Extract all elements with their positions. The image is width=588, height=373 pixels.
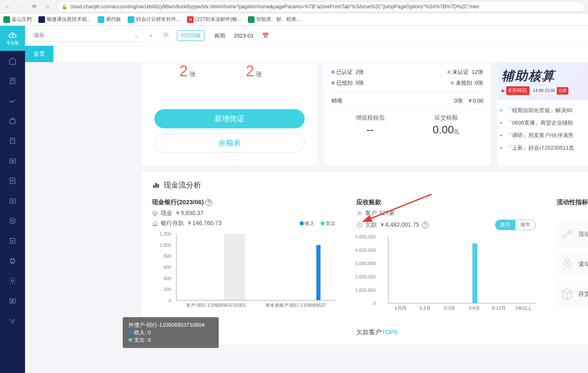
percent-icon (8, 157, 17, 165)
liquidity-item[interactable]: 速动比率 (557, 251, 588, 277)
bookmark-item[interactable]: 智能票、财、税推... (248, 16, 300, 23)
forward-button: → (17, 3, 25, 11)
add-button[interactable]: + (147, 32, 155, 40)
svg-rect-4 (10, 199, 15, 203)
user-icon (356, 210, 363, 217)
v-icon (8, 317, 17, 325)
liquidity-item[interactable]: 存货周转率 (557, 281, 588, 307)
toggle-month[interactable]: 按月 (495, 220, 515, 230)
video-icon: ▶ (502, 88, 505, 93)
settings-button[interactable] (162, 32, 170, 40)
url-bar[interactable]: 🔒 cloud.chanjet.com/accounting/uw1eb00zy… (57, 1, 585, 12)
chart-canvas-1[interactable]: 1,200 1,000 800 600 400 200 0 (152, 234, 336, 317)
nav-home[interactable] (0, 51, 25, 71)
toggle-year[interactable]: 按年 (515, 220, 535, 230)
org-selector[interactable]: 演示 ⌄ (32, 30, 140, 42)
gear-icon (8, 277, 17, 285)
cash-bank-chart: 现金银行(2023/06) ? 现金 ￥9,830.37 银行存款 ￥146,7… (152, 198, 336, 336)
nav-salary[interactable] (0, 151, 25, 171)
nav-video[interactable] (0, 291, 25, 311)
deposit-metric: 银行存款 ￥146,760.73 收入 支出 (152, 220, 336, 227)
nav-transfer[interactable] (0, 231, 25, 251)
tax-certified-row: 已认证 2张 未认证 12张 (331, 67, 483, 78)
nav-voucher[interactable] (0, 71, 25, 91)
favicon (3, 16, 10, 23)
svg-point-17 (358, 211, 361, 213)
play-icon (8, 297, 17, 305)
news-item[interactable]: 「0606直播」商贸企业辅助 (500, 117, 588, 129)
url-text: cloud.chanjet.com/accounting/uw1eb00zy96… (70, 4, 479, 10)
browser-chrome: ← → ⟳ ⌂ 🔒 cloud.chanjet.com/accounting/u… (0, 0, 588, 13)
top-bar: 演示 ⌄ + 切到旧版 账期 2023-01 📅 (25, 26, 588, 46)
nav-print[interactable] (0, 251, 25, 271)
bookmark-item[interactable]: 好会计云财务软件... (128, 16, 180, 23)
news-list: 「税期自助化答疑」解决80 「0606直播」商贸企业辅助 「调研」用友客户/伙伴… (497, 100, 588, 158)
liquidity-item[interactable]: 流动比率 (557, 221, 588, 247)
bar-chart-icon (152, 181, 160, 189)
chart-canvas-2[interactable]: 5,000,000 4,000,000 3,000,000 2,000,000 … (356, 237, 536, 320)
news-item[interactable]: 「税期自助化答疑」解决80 (500, 104, 588, 117)
svg-rect-12 (153, 185, 154, 188)
dot-icon (451, 81, 454, 85)
svg-rect-8 (10, 260, 15, 263)
ratio-icon (560, 227, 574, 241)
help-icon[interactable]: ? (205, 199, 212, 206)
reload-button[interactable]: ⟳ (30, 3, 38, 11)
chart-footer: 欠款客户TOP5 (356, 328, 536, 336)
bookmark-item[interactable]: M(227封未读邮件)畅... (187, 16, 241, 23)
cloud-icon (6, 31, 19, 40)
content: 2张 2张 新增凭证 余额表 已认证 2张 未认证 12张 已抵扣 0张 未抵扣… (25, 63, 588, 373)
news-item[interactable]: 「调研」用友客户/伙伴满意 (500, 129, 588, 142)
nav-more[interactable] (0, 311, 25, 331)
section-title: 现金流分析 (152, 180, 588, 190)
nav-archive[interactable] (0, 191, 25, 211)
nav-tax[interactable] (0, 211, 25, 231)
home-button[interactable]: ⌂ (43, 3, 52, 11)
bar-income (316, 245, 320, 300)
debt-metric: 欠款 ￥4,482,001.75 ? 按月 按年 (356, 220, 536, 230)
liquidity-panel: 流动性指标(2023/0 流动比率 速动比率 存货周转率 (557, 198, 588, 336)
tax-sales-row: 销项 0张 ￥0.00 (331, 95, 483, 106)
svg-point-9 (12, 280, 14, 282)
balance-sheet-button[interactable]: 余额表 (154, 133, 305, 153)
bookmarks-bar: 金山文档 畅捷通信息技术股... 易代账 好会计云财务软件... M(227封未… (0, 13, 588, 26)
favicon (248, 16, 255, 23)
highlight-region (224, 234, 245, 300)
nav-settings[interactable] (0, 271, 25, 291)
bookmark-item[interactable]: 易代账 (98, 16, 121, 23)
news-item[interactable]: 「上新」好会计20230511迭 (500, 142, 588, 154)
bookmark-item[interactable]: 畅捷通信息技术股... (38, 16, 91, 23)
app-logo[interactable]: 专业版 (0, 26, 25, 51)
chart-tooltip: 外债户-招行-110906953710804 收入: 0 支出: 0 (123, 317, 219, 348)
svg-rect-1 (10, 138, 15, 143)
dot-icon (300, 221, 304, 225)
tax-card: 已认证 2张 未认证 12张 已抵扣 0张 未抵扣 0张 销项 0张 ￥0.00 (324, 63, 491, 165)
dot-icon (447, 70, 451, 74)
nav-funds[interactable] (0, 111, 25, 131)
bookmark-item[interactable]: 金山文档 (3, 16, 32, 23)
nav-assets[interactable] (0, 131, 25, 151)
lock-icon: 🔒 (61, 4, 68, 10)
clock-icon (356, 222, 363, 228)
favicon (98, 16, 104, 23)
main-area: 演示 ⌄ + 切到旧版 账期 2023-01 📅 首页 2张 2张 新 (25, 26, 588, 373)
back-button[interactable]: ← (3, 3, 12, 11)
tax-deducted-row: 已抵扣 0张 未抵扣 0张 (331, 78, 483, 88)
banner-image[interactable]: 辅助核算 ▶ 6月06日 14:00-15:00 立即 (497, 63, 588, 100)
tab-home[interactable]: 首页 (25, 46, 53, 62)
voucher-card: 2张 2张 新增凭证 余额表 (142, 63, 317, 165)
help-icon[interactable]: ? (422, 222, 429, 228)
period-value[interactable]: 2023-01 (234, 33, 254, 39)
printer-icon (8, 257, 17, 265)
switch-version-button[interactable]: 切到旧版 (177, 30, 204, 41)
period-label: 账期 (215, 32, 225, 40)
nav-invoice[interactable] (0, 171, 25, 191)
receivable-chart: 应收账款 客户 127家 欠款 ￥4,482,001.75 ? (356, 198, 536, 336)
nav-report[interactable] (0, 91, 25, 111)
voucher-count-2: 2张 (246, 63, 262, 80)
new-voucher-button[interactable]: 新增凭证 (154, 109, 305, 128)
tax-icon (8, 217, 17, 225)
dot-icon (331, 70, 335, 74)
calendar-icon[interactable]: 📅 (262, 33, 269, 39)
voucher-count-1: 2张 (179, 63, 196, 80)
